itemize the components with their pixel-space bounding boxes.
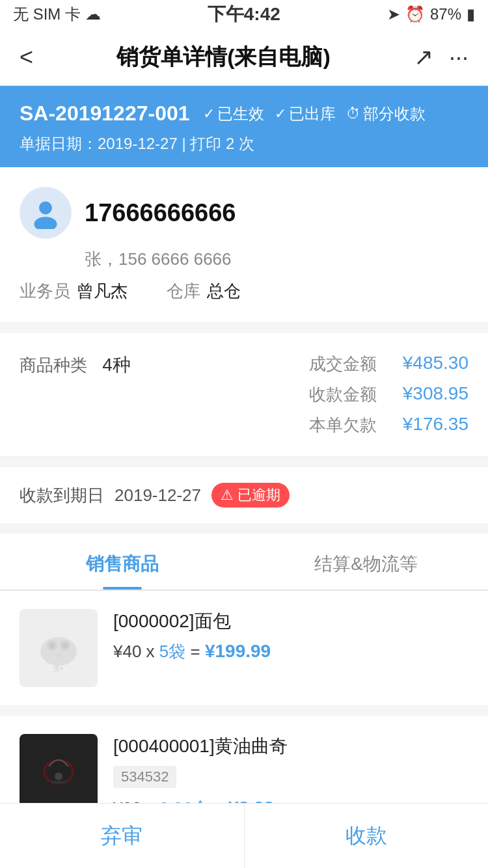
summary-section: 商品种类 4种 成交金额 ¥485.30 收款金额 ¥308.95 本单欠款 ¥… bbox=[0, 333, 488, 457]
product-info-1: [0000002]面包 ¥40 x 5袋 = ¥199.99 bbox=[113, 609, 468, 663]
nav-bar: < 销货单详情(来自电脑) ↗ ··· bbox=[0, 29, 488, 86]
more-button[interactable]: ··· bbox=[449, 44, 468, 71]
svg-point-11 bbox=[55, 772, 62, 780]
clock-icon: ⏱ bbox=[346, 105, 360, 122]
customer-top: 17666666666 bbox=[20, 187, 468, 239]
abandon-review-button[interactable]: 弃审 bbox=[0, 804, 245, 868]
overdue-badge: ⚠ 已逾期 bbox=[211, 483, 290, 508]
tabs: 销售商品 结算&物流等 bbox=[0, 534, 488, 590]
product-sku-2: 534532 bbox=[113, 766, 176, 788]
amount-deal: 成交金额 ¥485.30 bbox=[309, 353, 468, 375]
warehouse-detail: 仓库 总仓 bbox=[167, 280, 241, 303]
svg-point-1 bbox=[34, 217, 57, 229]
check-icon-active: ✓ bbox=[203, 105, 215, 122]
tabs-section: 销售商品 结算&物流等 bbox=[0, 534, 488, 591]
product-name-1: [0000002]面包 bbox=[113, 609, 468, 634]
battery-icon: ▮ bbox=[467, 5, 475, 23]
overdue-text: 已逾期 bbox=[237, 485, 280, 505]
product-total-1: ¥199.99 bbox=[205, 641, 271, 661]
customer-details: 业务员 曾凡杰 仓库 总仓 bbox=[20, 280, 468, 303]
status-bar: 无 SIM 卡 ☁ 下午4:42 ➤ ⏰ 87% ▮ bbox=[0, 0, 488, 29]
nav-actions: ↗ ··· bbox=[414, 44, 468, 71]
tab-settlement[interactable]: 结算&物流等 bbox=[244, 534, 488, 590]
svg-rect-12 bbox=[51, 781, 66, 783]
order-id: SA-20191227-001 bbox=[20, 102, 190, 126]
summary-row: 商品种类 4种 成交金额 ¥485.30 收款金额 ¥308.95 本单欠款 ¥… bbox=[20, 353, 468, 437]
product-price-1: ¥40 x 5袋 = ¥199.99 bbox=[113, 640, 468, 663]
collect-payment-button[interactable]: 收款 bbox=[245, 804, 489, 868]
avatar bbox=[20, 187, 72, 239]
badge-shipped: ✓ 已出库 bbox=[275, 103, 336, 124]
product-thumb-1: 里+ bbox=[20, 609, 98, 687]
received-label: 收款金额 bbox=[309, 383, 377, 406]
product-item: 里+ [0000002]面包 ¥40 x 5袋 = ¥199.99 bbox=[0, 591, 488, 705]
amount-owed: 本单欠款 ¥176.35 bbox=[309, 414, 468, 437]
bottom-bar: 弃审 收款 bbox=[0, 803, 488, 868]
signal-text: 无 SIM 卡 ☁ bbox=[13, 4, 101, 25]
badge-partial: ⏱ 部分收款 bbox=[346, 103, 426, 124]
customer-phone: 17666666666 bbox=[85, 199, 236, 227]
status-left: 无 SIM 卡 ☁ bbox=[13, 4, 101, 25]
due-date: 2019-12-27 bbox=[115, 485, 201, 506]
owed-label: 本单欠款 bbox=[309, 414, 377, 437]
check-icon-shipped: ✓ bbox=[275, 105, 286, 122]
received-value: ¥308.95 bbox=[403, 383, 468, 406]
location-icon: ➤ bbox=[387, 5, 400, 23]
salesperson-detail: 业务员 曾凡杰 bbox=[20, 280, 128, 303]
svg-point-0 bbox=[39, 202, 52, 215]
salesperson-value: 曾凡杰 bbox=[77, 280, 128, 303]
svg-point-2 bbox=[40, 637, 77, 666]
overdue-icon: ⚠ bbox=[221, 487, 234, 504]
salesperson-label: 业务员 bbox=[20, 280, 70, 303]
customer-sub: 张，156 6666 6666 bbox=[20, 248, 468, 271]
page-title: 销货单详情(来自电脑) bbox=[116, 42, 331, 72]
owed-value: ¥176.35 bbox=[403, 414, 468, 437]
status-badges: ✓ 已生效 ✓ 已出库 ⏱ 部分收款 bbox=[203, 103, 426, 124]
svg-text:里+: 里+ bbox=[53, 665, 64, 672]
product-name-2: [000400001]黄油曲奇 bbox=[113, 734, 468, 759]
order-meta: 单据日期：2019-12-27 | 打印 2 次 bbox=[20, 133, 468, 154]
warehouse-value: 总仓 bbox=[207, 280, 241, 303]
category-label: 商品种类 bbox=[20, 355, 87, 375]
product-qty-1: 5袋 bbox=[159, 642, 185, 661]
amount-received: 收款金额 ¥308.95 bbox=[309, 383, 468, 406]
category-info: 商品种类 4种 bbox=[20, 353, 131, 377]
warehouse-label: 仓库 bbox=[167, 280, 200, 303]
status-time: 下午4:42 bbox=[208, 2, 280, 27]
svg-point-6 bbox=[62, 643, 68, 648]
battery-text: 87% bbox=[430, 5, 461, 23]
tab-products[interactable]: 销售商品 bbox=[0, 534, 244, 590]
due-label: 收款到期日 bbox=[20, 484, 104, 507]
svg-point-5 bbox=[49, 643, 55, 648]
status-right: ➤ ⏰ 87% ▮ bbox=[387, 5, 475, 23]
order-header: SA-20191227-001 ✓ 已生效 ✓ 已出库 ⏱ 部分收款 单据日期：… bbox=[0, 86, 488, 167]
amounts-block: 成交金额 ¥485.30 收款金额 ¥308.95 本单欠款 ¥176.35 bbox=[309, 353, 468, 437]
badge-active: ✓ 已生效 bbox=[203, 103, 264, 124]
category-count: 4种 bbox=[102, 355, 131, 375]
alarm-icon: ⏰ bbox=[405, 5, 425, 23]
deal-label: 成交金额 bbox=[309, 353, 377, 375]
back-button[interactable]: < bbox=[20, 44, 33, 71]
due-section: 收款到期日 2019-12-27 ⚠ 已逾期 bbox=[0, 467, 488, 523]
product-thumb-2 bbox=[20, 734, 98, 812]
customer-section: 17666666666 张，156 6666 6666 业务员 曾凡杰 仓库 总… bbox=[0, 167, 488, 323]
share-button[interactable]: ↗ bbox=[414, 44, 433, 71]
deal-value: ¥485.30 bbox=[403, 353, 468, 375]
products-section: 里+ [0000002]面包 ¥40 x 5袋 = ¥199.99 [00040… bbox=[0, 591, 488, 838]
